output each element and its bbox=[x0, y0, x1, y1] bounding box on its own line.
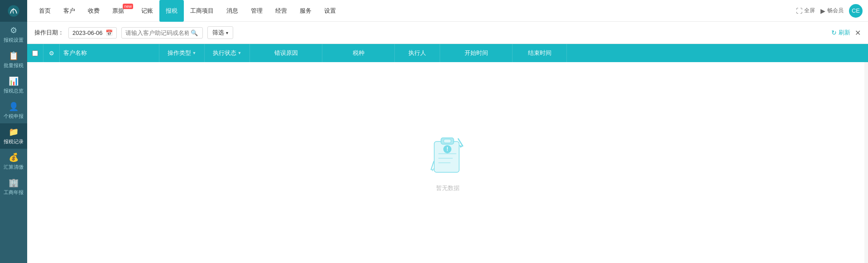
sidebar-label-annual-report: 工商年报 bbox=[4, 189, 24, 196]
select-all-checkbox[interactable] bbox=[32, 50, 38, 56]
app-logo[interactable] bbox=[0, 0, 27, 22]
sidebar-item-tax-summary[interactable]: 📊 报税总览 bbox=[0, 73, 27, 98]
filter-label: 筛选 bbox=[212, 29, 224, 37]
refresh-label: 刷新 bbox=[839, 29, 850, 37]
topnav-right: ⛶ 全屏 ▶ 畅会员 CE bbox=[796, 4, 863, 18]
search-box: 🔍 bbox=[121, 27, 203, 39]
nav-invoice[interactable]: 票据 new bbox=[106, 0, 135, 22]
th-checkbox[interactable] bbox=[27, 44, 43, 62]
sidebar-item-personal-tax[interactable]: 👤 个税申报 bbox=[0, 98, 27, 123]
sidebar-label-tax-records: 报税记录 bbox=[4, 138, 24, 145]
date-label: 操作日期： bbox=[34, 29, 64, 37]
nav-tax[interactable]: 报税 bbox=[159, 0, 184, 22]
chevron-down-icon: ▾ bbox=[226, 30, 228, 35]
empty-state: ! 暂无数据 bbox=[27, 62, 868, 263]
toolbar-right: ↻ 刷新 ✕ bbox=[831, 29, 861, 37]
sidebar-label-personal-tax: 个税申报 bbox=[4, 113, 24, 120]
th-error-reason: 错误原因 bbox=[250, 44, 322, 62]
avatar[interactable]: CE bbox=[849, 4, 863, 18]
th-settings[interactable]: ⚙ bbox=[43, 44, 60, 62]
invoice-badge: new bbox=[123, 4, 133, 10]
nav-client[interactable]: 客户 bbox=[57, 0, 82, 22]
svg-point-0 bbox=[8, 5, 19, 16]
empty-illustration: ! bbox=[427, 133, 468, 179]
personal-tax-icon: 👤 bbox=[9, 102, 19, 112]
batch-tax-icon: 📋 bbox=[9, 51, 19, 61]
calendar-icon: 📅 bbox=[106, 29, 113, 36]
close-button[interactable]: ✕ bbox=[855, 29, 861, 37]
tax-summary-icon: 📊 bbox=[9, 76, 19, 86]
sidebar: ⚙ 报税设置 📋 批量报税 📊 报税总览 👤 个税申报 📁 报税记录 💰 汇算清… bbox=[0, 0, 27, 263]
nav-billing[interactable]: 收费 bbox=[82, 0, 106, 22]
date-value: 2023-06-06 bbox=[72, 29, 103, 36]
sidebar-item-settlement[interactable]: 💰 汇算清缴 bbox=[0, 149, 27, 174]
nav-settings[interactable]: 设置 bbox=[318, 0, 342, 22]
nav-industrial[interactable]: 工商项目 bbox=[184, 0, 220, 22]
avatar-text: CE bbox=[852, 7, 860, 14]
nav-finance[interactable]: 经营 bbox=[269, 0, 293, 22]
svg-text:!: ! bbox=[446, 146, 448, 152]
sidebar-item-batch-tax[interactable]: 📋 批量报税 bbox=[0, 47, 27, 73]
sidebar-item-tax-settings[interactable]: ⚙ 报税设置 bbox=[0, 22, 27, 47]
table-header: ⚙ 客户名称 操作类型 ▼ 执行状态 ▼ 错误原因 税种 bbox=[27, 44, 868, 62]
sidebar-item-tax-records[interactable]: 📁 报税记录 bbox=[0, 123, 27, 149]
nav-manage[interactable]: 管理 bbox=[245, 0, 269, 22]
fullscreen-button[interactable]: ⛶ 全屏 bbox=[796, 7, 815, 15]
th-exec-status: 执行状态 ▼ bbox=[205, 44, 250, 62]
th-tax-type: 税种 bbox=[322, 44, 395, 62]
svg-rect-3 bbox=[444, 139, 451, 143]
th-executor: 执行人 bbox=[395, 44, 440, 62]
top-nav: 首页 客户 收费 票据 new 记账 报税 工商项目 消息 管理 经营 bbox=[27, 0, 868, 22]
main-content: 首页 客户 收费 票据 new 记账 报税 工商项目 消息 管理 经营 bbox=[27, 0, 868, 263]
refresh-icon: ↻ bbox=[831, 29, 837, 36]
search-input[interactable] bbox=[125, 29, 189, 36]
nav-service[interactable]: 服务 bbox=[293, 0, 318, 22]
fullscreen-label: 全屏 bbox=[804, 7, 815, 15]
table-container: ⚙ 客户名称 操作类型 ▼ 执行状态 ▼ 错误原因 税种 bbox=[27, 44, 868, 263]
fullscreen-icon: ⛶ bbox=[796, 7, 802, 15]
sort-op-type-icon[interactable]: ▼ bbox=[192, 51, 197, 55]
sort-exec-status-icon[interactable]: ▼ bbox=[238, 51, 242, 55]
refresh-button[interactable]: ↻ 刷新 bbox=[831, 29, 850, 37]
date-picker[interactable]: 2023-06-06 📅 bbox=[68, 27, 117, 39]
filter-button[interactable]: 筛选 ▾ bbox=[207, 26, 233, 39]
svg-line-11 bbox=[431, 161, 434, 170]
sidebar-item-annual-report[interactable]: 🏢 工商年报 bbox=[0, 174, 27, 200]
th-start-time: 开始时间 bbox=[440, 44, 513, 62]
nav-message[interactable]: 消息 bbox=[220, 0, 245, 22]
member-button[interactable]: ▶ 畅会员 bbox=[820, 7, 844, 15]
nav-bookkeeping[interactable]: 记账 bbox=[135, 0, 159, 22]
search-icon: 🔍 bbox=[191, 29, 198, 36]
sidebar-label-tax-summary: 报税总览 bbox=[4, 88, 24, 94]
nav-home[interactable]: 首页 bbox=[33, 0, 57, 22]
member-icon: ▶ bbox=[820, 7, 825, 15]
th-op-type: 操作类型 ▼ bbox=[159, 44, 205, 62]
sidebar-label-tax-settings: 报税设置 bbox=[4, 37, 24, 44]
sidebar-label-settlement: 汇算清缴 bbox=[4, 164, 24, 170]
settings-icon: ⚙ bbox=[49, 50, 54, 57]
scroll-indicator[interactable] bbox=[864, 62, 868, 263]
page-area: 操作日期： 2023-06-06 📅 🔍 筛选 ▾ ↻ 刷新 ✕ bbox=[27, 22, 868, 263]
th-end-time: 结束时间 bbox=[513, 44, 567, 62]
sidebar-label-batch-tax: 批量报税 bbox=[4, 62, 24, 69]
tax-records-icon: 📁 bbox=[9, 127, 19, 137]
annual-report-icon: 🏢 bbox=[9, 178, 19, 188]
settlement-icon: 💰 bbox=[9, 152, 19, 162]
tax-settings-icon: ⚙ bbox=[10, 25, 17, 35]
empty-text: 暂无数据 bbox=[436, 184, 460, 192]
th-client-name: 客户名称 bbox=[60, 44, 159, 62]
toolbar: 操作日期： 2023-06-06 📅 🔍 筛选 ▾ ↻ 刷新 ✕ bbox=[27, 22, 868, 44]
member-label: 畅会员 bbox=[827, 7, 844, 15]
